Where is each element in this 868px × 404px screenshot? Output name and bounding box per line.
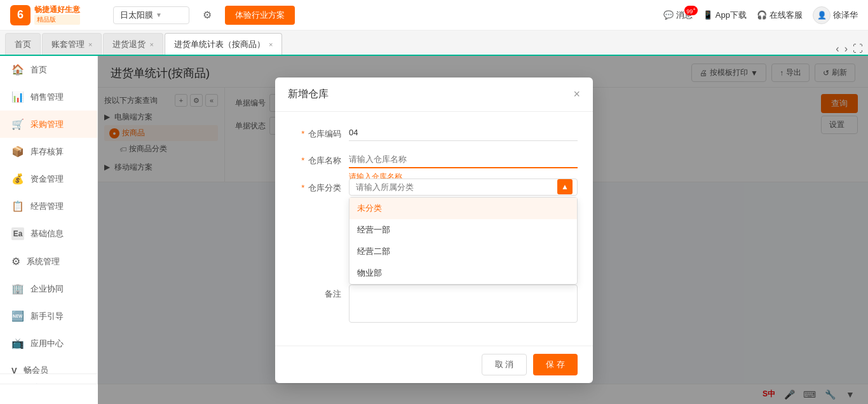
tab-bar: 首页 账套管理 × 进货退货 × 进货单统计表（按商品） × ‹ › ⛶ xyxy=(0,30,868,56)
sidebar-item-sales[interactable]: 📊 销售管理 xyxy=(0,83,97,111)
sidebar-item-operations[interactable]: 📋 经营管理 xyxy=(0,192,97,220)
modal-close-button[interactable]: × xyxy=(573,88,580,101)
main-layout: 🏠 首页 📊 销售管理 🛒 采购管理 📦 库存核算 💰 资金管理 📋 经 xyxy=(0,56,868,404)
tab-close-account[interactable]: × xyxy=(88,41,92,48)
apps-icon: 📺 xyxy=(11,337,24,349)
sidebar-item-purchase[interactable]: 🛒 采购管理 xyxy=(0,111,97,138)
category-dropdown: 未分类 经营一部 经营二部 物业部 xyxy=(349,197,578,285)
tab-close-stat[interactable]: × xyxy=(269,41,273,48)
save-button[interactable]: 保 存 xyxy=(533,354,578,375)
notes-label: 备注 xyxy=(290,285,341,300)
header-right: 💬 消息 99+ 📱 App下载 🎧 在线客服 👤 徐泽华 xyxy=(663,6,858,24)
user-item[interactable]: 👤 徐泽华 xyxy=(813,6,858,24)
form-row-code: * 仓库编码 xyxy=(290,125,578,141)
category-toggle-icon[interactable]: ▲ xyxy=(557,179,573,194)
sidebar-item-system[interactable]: ⚙ 系统管理 xyxy=(0,248,97,275)
notes-textarea[interactable] xyxy=(349,285,578,323)
dropdown-item-none[interactable]: 未分类 xyxy=(349,198,577,219)
tab-actions: ‹ › ⛶ xyxy=(836,43,863,55)
modal-title: 新增仓库 xyxy=(288,88,329,101)
sidebar-item-finance[interactable]: 💰 资金管理 xyxy=(0,165,97,192)
avatar: 👤 xyxy=(813,6,831,24)
dropdown-item-property[interactable]: 物业部 xyxy=(349,262,577,284)
modal-header: 新增仓库 × xyxy=(275,77,593,112)
sidebar-item-enterprise[interactable]: 🏢 企业协同 xyxy=(0,275,97,302)
form-row-category: * 仓库分类 ▲ 未分类 经营一部 经营二部 物业部 xyxy=(290,178,578,196)
modal-footer: 取 消 保 存 xyxy=(275,346,593,383)
name-input[interactable] xyxy=(349,151,578,168)
category-select-wrapper: ▲ 未分类 经营一部 经营二部 物业部 xyxy=(349,178,578,196)
code-input[interactable] xyxy=(349,125,578,141)
sidebar-item-guide[interactable]: 🆕 新手引导 xyxy=(0,302,97,330)
online-service-item[interactable]: 🎧 在线客服 xyxy=(757,10,803,21)
inventory-icon: 📦 xyxy=(11,145,24,158)
home-icon: 🏠 xyxy=(11,64,24,76)
messages-badge: 99+ xyxy=(684,6,698,15)
category-label: * 仓库分类 xyxy=(290,178,341,194)
selector-arrow-icon: ▼ xyxy=(156,11,162,18)
messages-item[interactable]: 💬 消息 99+ xyxy=(663,10,693,21)
tab-account[interactable]: 账套管理 × xyxy=(42,33,102,55)
headphone-icon: 🎧 xyxy=(757,10,767,20)
app-download-item[interactable]: 📱 App下载 xyxy=(703,10,747,21)
cancel-button[interactable]: 取 消 xyxy=(482,354,527,375)
name-label: * 仓库名称 xyxy=(290,151,341,166)
enterprise-icon: 🏢 xyxy=(11,283,24,295)
purchase-icon: 🛒 xyxy=(11,118,24,130)
gear-icon[interactable]: ⚙ xyxy=(197,5,217,25)
sidebar-item-apps[interactable]: 📺 应用中心 xyxy=(0,330,97,357)
tab-fullscreen-icon[interactable]: ⛶ xyxy=(853,43,863,55)
logo-icon: 6 xyxy=(10,5,31,25)
sidebar: 🏠 首页 📊 销售管理 🛒 采购管理 📦 库存核算 💰 资金管理 📋 经 xyxy=(0,56,98,404)
form-row-name: * 仓库名称 请输入仓库名称 xyxy=(290,151,578,168)
tab-close-return[interactable]: × xyxy=(149,41,153,48)
operations-icon: 📋 xyxy=(11,200,24,212)
logo-badge: 精品版 xyxy=(34,15,80,25)
basic-icon: Ea xyxy=(11,227,24,240)
modal-overlay: 新增仓库 × * 仓库编码 xyxy=(98,56,868,404)
tab-home[interactable]: 首页 xyxy=(5,33,41,55)
dropdown-item-dept1[interactable]: 经营一部 xyxy=(349,219,577,241)
category-select-input[interactable] xyxy=(349,178,578,196)
top-header: 6 畅捷通好生意 精品版 日太阳膜 ▼ ⚙ 体验行业方案 💬 消息 99+ 📱 … xyxy=(0,0,868,30)
sidebar-item-home[interactable]: 🏠 首页 xyxy=(0,56,97,83)
finance-icon: 💰 xyxy=(11,173,24,185)
code-label: * 仓库编码 xyxy=(290,125,341,140)
tab-next-icon[interactable]: › xyxy=(844,43,848,55)
member-icon: V xyxy=(11,366,17,374)
sidebar-item-member[interactable]: V 畅会员 xyxy=(0,357,97,374)
tab-return[interactable]: 进货退货 × xyxy=(103,33,163,55)
system-icon: ⚙ xyxy=(11,255,20,267)
tab-stat[interactable]: 进货单统计表（按商品） × xyxy=(165,33,282,55)
message-icon: 💬 xyxy=(663,10,674,20)
guide-icon: 🆕 xyxy=(11,310,24,322)
logo-area: 6 畅捷通好生意 精品版 xyxy=(10,5,105,25)
sidebar-item-basic[interactable]: Ea 基础信息 xyxy=(0,220,97,248)
sidebar-item-inventory[interactable]: 📦 库存核算 xyxy=(0,138,97,165)
dropdown-item-dept2[interactable]: 经营二部 xyxy=(349,241,577,262)
company-selector[interactable]: 日太阳膜 ▼ xyxy=(113,6,189,24)
mobile-icon: 📱 xyxy=(703,10,713,20)
tab-prev-icon[interactable]: ‹ xyxy=(836,43,839,55)
content-area: 进货单统计(按商品) 🖨 按模板打印 ▼ ↑ 导出 ↺ 刷新 xyxy=(98,56,868,404)
trial-button[interactable]: 体验行业方案 xyxy=(225,6,295,25)
form-row-notes: 备注 xyxy=(290,285,578,323)
modal: 新增仓库 × * 仓库编码 xyxy=(275,77,593,383)
sales-icon: 📊 xyxy=(11,91,24,103)
logo-text: 畅捷通好生意 精品版 xyxy=(34,5,80,24)
modal-body: * 仓库编码 * 仓库名称 请输入仓库名称 xyxy=(275,112,593,346)
